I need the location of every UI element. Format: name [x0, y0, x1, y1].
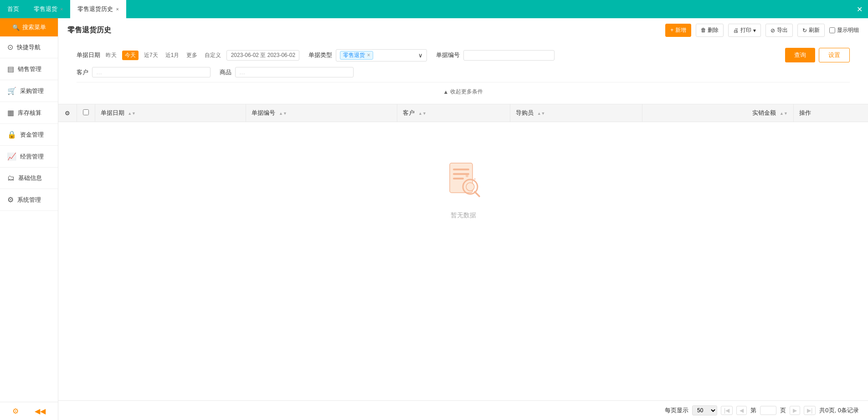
- operations-icon: 📈: [7, 152, 16, 161]
- pagination: 每页显示 10 20 50 100 |◀ ◀ 第 1 页 ▶ ▶| 共0页, 0…: [58, 400, 868, 420]
- select-all-checkbox[interactable]: [83, 109, 89, 115]
- top-nav-close[interactable]: ✕: [857, 5, 868, 14]
- svg-point-5: [466, 183, 474, 191]
- sidebar-item-finance[interactable]: 🔒 资金管理: [0, 124, 58, 146]
- th-amount[interactable]: 实销金额 ▲▼: [642, 104, 793, 122]
- customer-label: 客户: [77, 68, 88, 77]
- tab-retail-return-history[interactable]: 零售退货历史 ×: [70, 0, 126, 18]
- print-button[interactable]: 🖨 🖨 打印 打印 ▾: [728, 24, 761, 37]
- print-dropdown-icon: ▾: [753, 27, 756, 34]
- setting-button[interactable]: 设置: [819, 48, 850, 62]
- empty-state: 暂无数据: [58, 122, 868, 256]
- customer-input[interactable]: …: [92, 67, 211, 77]
- date-btn-7days[interactable]: 近7天: [142, 51, 160, 60]
- tab-retail-return-history-label: 零售退货历史: [77, 5, 113, 13]
- svg-line-6: [475, 192, 479, 196]
- export-button[interactable]: ⊘ 导出: [765, 24, 793, 37]
- page-label-2: 页: [780, 406, 786, 415]
- basic-info-icon: 🗂: [7, 174, 15, 182]
- settings-icon: ⚙: [65, 110, 70, 117]
- doc-number-label: 单据编号: [436, 51, 460, 59]
- table-area: ⚙ 单据日期 ▲▼ 单据编号 ▲▼: [58, 104, 868, 420]
- sidebar-item-basic-info[interactable]: 🗂 基础信息: [0, 168, 58, 189]
- query-button[interactable]: 查询: [785, 48, 815, 62]
- show-detail-label: 显示明细: [837, 26, 859, 34]
- sidebar-item-system-mgmt[interactable]: ⚙ 系统管理: [0, 189, 58, 211]
- prev-page-btn[interactable]: ◀: [736, 406, 747, 415]
- th-amount-label: 实销金额: [752, 109, 776, 116]
- doc-number-input[interactable]: [463, 50, 555, 61]
- tab-home[interactable]: 首页: [0, 0, 26, 18]
- sidebar-item-operations-label: 经营管理: [20, 153, 44, 161]
- date-btn-yesterday[interactable]: 昨天: [104, 51, 118, 60]
- last-page-btn[interactable]: ▶|: [804, 406, 816, 415]
- doc-type-tag-close[interactable]: ×: [367, 52, 370, 58]
- first-page-btn[interactable]: |◀: [721, 406, 733, 415]
- sidebar-item-system-label: 系统管理: [17, 196, 41, 204]
- doc-number-filter: 单据编号: [436, 50, 555, 61]
- nav-tabs: 首页 零售退货 × 零售退货历史 ×: [0, 0, 857, 18]
- tab-retail-return-close[interactable]: ×: [60, 6, 63, 12]
- delete-button[interactable]: 🗑 删除: [696, 24, 724, 37]
- sidebar-item-inventory[interactable]: ▦ 库存核算: [0, 102, 58, 124]
- system-icon: ⚙: [7, 195, 14, 204]
- collapse-row: ▲ 收起更多条件: [77, 82, 850, 98]
- th-date[interactable]: 单据日期 ▲▼: [95, 104, 246, 122]
- page-label: 第: [750, 406, 756, 415]
- empty-icon: [441, 159, 486, 204]
- date-btn-more[interactable]: 更多: [185, 51, 199, 60]
- page-title-row: 零售退货历史 + 新增 🗑 删除 🖨 🖨 打印 打印 ▾ ⊘ 导出: [67, 24, 859, 37]
- th-settings[interactable]: ⚙: [58, 104, 77, 122]
- sidebar-item-sales-mgmt[interactable]: ▤ 销售管理: [0, 58, 58, 80]
- collapse-icon: ▲: [443, 89, 449, 95]
- collapse-button[interactable]: ▲ 收起更多条件: [443, 85, 483, 98]
- show-detail-checkbox[interactable]: [829, 27, 835, 33]
- top-nav: 首页 零售退货 × 零售退货历史 × ✕: [0, 0, 868, 18]
- main-layout: 🔍 搜索菜单 ⊙ 快捷导航 ▤ 销售管理 🛒 采购管理 ▦ 库存核算 🔒 资: [0, 18, 868, 420]
- sales-icon: ▤: [7, 65, 14, 73]
- date-btn-custom[interactable]: 自定义: [203, 51, 223, 60]
- goods-input[interactable]: …: [235, 67, 354, 77]
- search-icon: 🔍: [12, 24, 20, 31]
- sidebar-item-quick-nav[interactable]: ⊙ 快捷导航: [0, 36, 58, 58]
- sidebar: 🔍 搜索菜单 ⊙ 快捷导航 ▤ 销售管理 🛒 采购管理 ▦ 库存核算 🔒 资: [0, 18, 58, 420]
- date-btn-today[interactable]: 今天: [122, 51, 139, 60]
- table-container: ⚙ 单据日期 ▲▼ 单据编号 ▲▼: [58, 104, 868, 400]
- th-number[interactable]: 单据编号 ▲▼: [246, 104, 397, 122]
- th-number-label: 单据编号: [252, 109, 275, 116]
- svg-rect-1: [453, 169, 469, 170]
- date-range-input[interactable]: 2023-06-02 至 2023-06-02: [226, 50, 299, 61]
- new-button[interactable]: + 新增: [665, 24, 691, 37]
- date-filter: 单据日期 昨天 今天 近7天 近1月 更多 自定义 2023-06-02 至 2…: [77, 50, 299, 61]
- sidebar-search[interactable]: 🔍 搜索菜单: [0, 18, 58, 36]
- doc-type-select[interactable]: 零售退货 × ∨: [336, 49, 427, 61]
- content-area: 零售退货历史 + 新增 🗑 删除 🖨 🖨 打印 打印 ▾ ⊘ 导出: [58, 18, 868, 420]
- sidebar-item-basic-info-label: 基础信息: [18, 174, 42, 182]
- th-guide-sort: ▲▼: [537, 111, 545, 116]
- tab-retail-return[interactable]: 零售退货 ×: [26, 0, 70, 18]
- sidebar-item-purchase-mgmt[interactable]: 🛒 采购管理: [0, 80, 58, 102]
- filter-row-2: 客户 … 商品 …: [77, 67, 850, 77]
- goods-filter: 商品 …: [220, 67, 354, 77]
- show-detail-checkbox-label[interactable]: 显示明细: [829, 26, 859, 34]
- sidebar-search-label: 搜索菜单: [22, 23, 46, 31]
- th-checkbox[interactable]: [77, 104, 95, 122]
- audio-icon[interactable]: ◀◀: [35, 407, 46, 415]
- settings-icon[interactable]: ⚙: [12, 407, 19, 415]
- refresh-button[interactable]: ↻ 刷新: [797, 24, 825, 37]
- quick-nav-icon: ⊙: [7, 43, 13, 51]
- per-page-select[interactable]: 10 20 50 100: [692, 405, 717, 415]
- date-btn-1month[interactable]: 近1月: [164, 51, 181, 60]
- tab-retail-return-history-close[interactable]: ×: [116, 6, 118, 12]
- svg-point-8: [474, 178, 476, 180]
- finance-icon: 🔒: [7, 130, 16, 139]
- purchase-icon: 🛒: [7, 87, 16, 95]
- th-customer-label: 客户: [403, 109, 415, 116]
- export-icon: ⊘: [770, 27, 775, 34]
- th-guide[interactable]: 导购员 ▲▼: [510, 104, 642, 122]
- page-input[interactable]: 1: [760, 406, 776, 415]
- th-customer[interactable]: 客户 ▲▼: [397, 104, 510, 122]
- sidebar-item-operations[interactable]: 📈 经营管理: [0, 146, 58, 168]
- next-page-btn[interactable]: ▶: [790, 406, 800, 415]
- empty-text: 暂无数据: [451, 211, 476, 220]
